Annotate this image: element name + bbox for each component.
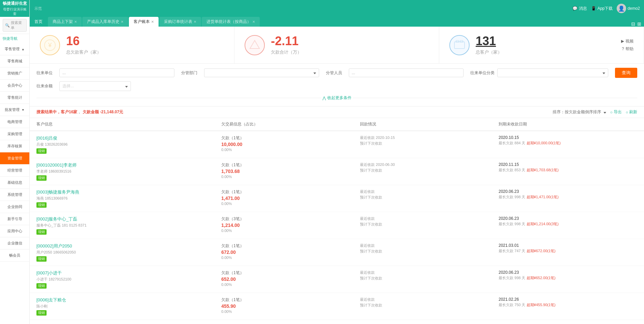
overdue-link[interactable]: 超期¥1,471.00(1笔) — [527, 195, 559, 199]
customer-sub-info: 服务中心_丁磊 181 0125 8371 — [36, 223, 221, 228]
search-menu-label: 搜索菜单 — [11, 20, 24, 30]
export-label: 导出 — [614, 109, 622, 115]
due-cell: 2020.06.23 最长欠款 998 天 超期¥652.00(1笔) — [499, 270, 637, 281]
tab-product-history[interactable]: 产成品入库单历史 ✕ — [82, 17, 128, 27]
debt-percent: 0.00% — [221, 229, 360, 233]
due-date: 2020.11.15 — [499, 162, 637, 167]
sidebar-item-wholesale-mgmt[interactable]: 批发管理 ▼ — [0, 104, 29, 116]
sidebar-item-inventory[interactable]: 库存核算 — [0, 140, 29, 152]
search-menu-box[interactable]: 🔍 搜索菜单 — [3, 19, 27, 32]
user-profile[interactable]: 👤 demo2 — [617, 4, 640, 13]
sidebar-item-corp-wechat[interactable]: 企业微信 — [0, 237, 29, 249]
filter-unit-category: 往来单位分类 — [470, 68, 608, 77]
collection-cell: 最近收款 预计下次收款 — [360, 243, 499, 254]
max-overdue: 最长欠款 853 天 超期¥1,703.68(1笔) — [499, 168, 637, 173]
refresh-button[interactable]: ○ 刷新 — [626, 109, 637, 115]
search-icon: 🔍 — [5, 23, 10, 28]
customer-name-link[interactable]: [0006]去下粮仓 — [36, 297, 221, 303]
sidebar-item-zero-stats[interactable]: 零售统计 — [0, 92, 29, 104]
sidebar-item-capital-mgmt[interactable]: 资金管理 — [0, 152, 29, 165]
owed-customers-icon: ¥ — [40, 35, 60, 55]
customer-name-link[interactable]: [0003]畅捷服务尹海燕 — [36, 189, 221, 195]
balance-select[interactable]: 选择... — [59, 81, 131, 91]
window-maximize-icon[interactable]: ⊞ — [637, 21, 641, 27]
export-button[interactable]: ○ 导出 — [610, 109, 622, 115]
due-cell: 2020.10.15 最长欠款 884 天 超期¥10,000.00(1笔) — [499, 135, 637, 146]
overdue-link[interactable]: 超期¥672.00(1笔) — [527, 249, 556, 253]
quick-nav[interactable]: 快捷导航 — [0, 34, 29, 43]
chevron-down-icon: ▼ — [22, 108, 25, 112]
customer-name-link[interactable]: [0001020001]李老师 — [36, 162, 221, 168]
collapse-button[interactable]: ⋀ 收起更多条件 — [321, 94, 353, 102]
message-button[interactable]: 💬 消息 — [572, 6, 587, 11]
sidebar-item-zero-sales-mgmt[interactable]: 零售管理 ▲ — [0, 43, 29, 55]
max-overdue: 最长欠款 750 天 超期¥455.90(1笔) — [499, 302, 637, 307]
debt-amount[interactable]: 10,000.00 — [221, 142, 360, 147]
customer-name-link[interactable]: [0002]服务中心_丁磊 — [36, 216, 221, 222]
overdue-link[interactable]: 超期¥652.00(1笔) — [527, 276, 556, 280]
close-icon[interactable]: ✕ — [194, 20, 196, 24]
sidebar-item-marketing[interactable]: 营销推广 — [0, 67, 29, 80]
debt-percent: 0.00% — [221, 283, 360, 287]
sort-selector[interactable]: 排序：按欠款金额倒序排序 — [553, 109, 606, 115]
query-button[interactable]: 查询 — [615, 68, 637, 78]
sidebar-item-member[interactable]: 会员中心 — [0, 80, 29, 92]
source-unit-input[interactable]: ... — [59, 68, 174, 77]
debt-amount[interactable]: 672.00 — [221, 249, 360, 255]
sidebar-item-corp-collab[interactable]: 企业协同 — [0, 201, 29, 213]
tab-inbound-stats[interactable]: 进货单统计表（按商品） ✕ — [202, 17, 260, 27]
unit-category-select[interactable] — [497, 68, 608, 77]
close-icon[interactable]: ✕ — [121, 20, 123, 24]
customer-name-link[interactable]: [000002]用户2050 — [36, 243, 221, 249]
due-cell: 2021.03.01 最长欠款 747 天 超期¥672.00(1笔) — [499, 243, 637, 254]
debt-cell: 欠款（1笔） 455.90 0.00% — [221, 297, 360, 314]
debt-amount[interactable]: 1,471.00 — [221, 196, 360, 201]
close-icon[interactable]: ✕ — [252, 20, 255, 24]
collapse-label: 收起更多条件 — [327, 95, 352, 101]
customer-name-link[interactable]: [0007]小进干 — [36, 270, 221, 276]
sidebar-item-member-pro[interactable]: 畅会员 — [0, 249, 29, 262]
debt-amount[interactable]: 652.00 — [221, 276, 360, 282]
next-collection: 预计下次收款 — [360, 168, 499, 173]
tab-home[interactable]: 首页 — [30, 17, 47, 27]
chevron-down-icon: ▲ — [22, 48, 25, 51]
debt-cell: 欠款（3笔） 1,214.00 0.00% — [221, 216, 360, 233]
view-video-button[interactable]: ▶ 视频 — [621, 38, 634, 44]
debt-amount[interactable]: 1,214.00 — [221, 223, 360, 228]
close-icon[interactable]: ✕ — [74, 20, 77, 24]
sidebar-item-app-center[interactable]: 应用中心 — [0, 225, 29, 237]
help-button[interactable]: ? 帮助 — [622, 46, 634, 52]
person-input[interactable]: ... — [349, 68, 464, 77]
tab-product-online[interactable]: 商品上下架 ✕ — [48, 17, 82, 27]
sidebar-item-purchase-mgmt[interactable]: 采购管理 — [0, 128, 29, 140]
balance-placeholder: 选择... — [62, 83, 74, 89]
filter-person: 分管人员 ... — [326, 68, 464, 77]
overdue-link[interactable]: 超期¥10,000.00(1笔) — [527, 141, 561, 145]
overdue-link[interactable]: 超期¥455.90(1笔) — [527, 303, 556, 307]
app-download-button[interactable]: 📱 App下载 — [591, 6, 613, 11]
tab-customer-account[interactable]: 客户账本 ✕ — [129, 17, 159, 27]
stat-info-owed-amount: -2.11 欠款合计（万） — [271, 35, 302, 55]
debt-amount[interactable]: 455.90 — [221, 303, 360, 309]
sidebar-item-zero-mall[interactable]: 零售商城 — [0, 55, 29, 67]
col-header-collection: 回款情况 — [360, 121, 499, 127]
sidebar-item-system-mgmt[interactable]: 系统管理 — [0, 189, 29, 201]
total-customers-number: 131 — [476, 35, 502, 47]
results-prefix: 搜索结果中，客户16家 — [36, 110, 77, 114]
dept-select[interactable] — [204, 68, 319, 77]
overdue-link[interactable]: 超期¥1,214.00(3笔) — [527, 222, 559, 226]
close-icon[interactable]: ✕ — [151, 20, 154, 24]
tab-purchase-order-stats[interactable]: 采购订单统计表 ✕ — [159, 17, 201, 27]
customer-name-link[interactable]: [0016]吕俊 — [36, 135, 221, 141]
due-cell: 2020.06.23 最长欠款 998 天 超期¥1,471.00(1笔) — [499, 189, 637, 200]
overdue-link[interactable]: 超期¥1,703.68(1笔) — [527, 168, 559, 172]
sidebar-search-area[interactable]: 🔍 搜索菜单 — [0, 17, 29, 34]
results-info: 搜索结果中，客户16家， 欠款金额 -21,148.07元 — [36, 109, 123, 115]
sidebar-item-newbie[interactable]: 新手引导 — [0, 213, 29, 225]
svg-text:¥: ¥ — [48, 42, 52, 49]
sidebar-item-ecommerce-mgmt[interactable]: 电商管理 — [0, 116, 29, 128]
debt-amount[interactable]: 1,703.68 — [221, 169, 360, 174]
window-restore-icon[interactable]: ⊟ — [631, 21, 635, 27]
sidebar-item-basic-info[interactable]: 基础信息 — [0, 177, 29, 189]
sidebar-item-ops-mgmt[interactable]: 经营管理 — [0, 165, 29, 177]
